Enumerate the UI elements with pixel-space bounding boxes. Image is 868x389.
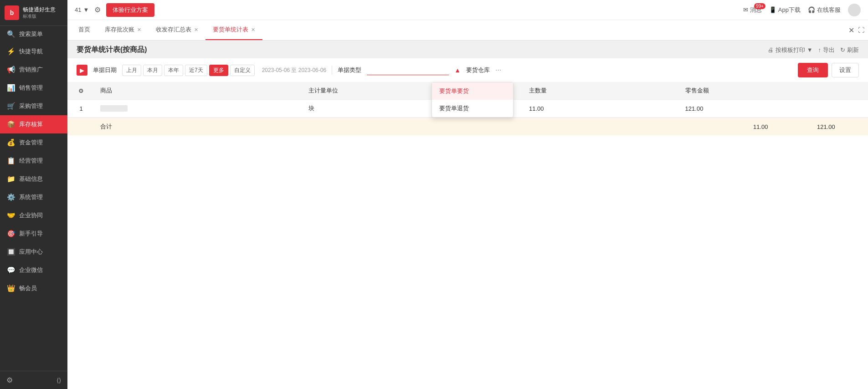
operation-icon: 📋 bbox=[6, 156, 15, 165]
warehouse-more-icon[interactable]: ··· bbox=[495, 66, 501, 74]
sidebar-item-sales[interactable]: 📊 销售管理 bbox=[0, 79, 67, 97]
guide-icon: 🎯 bbox=[6, 229, 15, 238]
sidebar-item-label-wechat: 企业微信 bbox=[19, 266, 43, 274]
row-index: 1 bbox=[67, 100, 95, 118]
sidebar-item-finance[interactable]: 💰 资金管理 bbox=[0, 133, 67, 152]
filter-expand-btn[interactable]: ▶ bbox=[77, 65, 87, 76]
refresh-btn[interactable]: ↻ 刷新 bbox=[840, 46, 859, 54]
last-7days-btn[interactable]: 近7天 bbox=[185, 65, 207, 76]
user-avatar[interactable] bbox=[848, 4, 861, 16]
sidebar-item-label-cooperation: 企业协同 bbox=[19, 211, 43, 220]
th-settings[interactable]: ⚙ bbox=[67, 82, 95, 100]
sidebar-collapse-btn[interactable]: ⟨⟩ bbox=[56, 377, 61, 384]
refresh-label: 刷新 bbox=[847, 46, 859, 54]
row-quantity: 11.00 bbox=[524, 100, 680, 118]
tab-order-summary-close[interactable]: ✕ bbox=[251, 27, 255, 33]
service-label: 在线客服 bbox=[817, 6, 841, 14]
sidebar-item-purchase[interactable]: 🛒 采购管理 bbox=[0, 97, 67, 115]
sidebar-item-basic[interactable]: 📁 基础信息 bbox=[0, 170, 67, 188]
tab-bar-actions: ✕ ⛶ bbox=[848, 26, 864, 35]
sidebar-item-quick-nav[interactable]: ⚡ 快捷导航 bbox=[0, 42, 67, 61]
app-name: 畅捷通好生意 bbox=[23, 6, 56, 14]
basic-icon: 📁 bbox=[6, 174, 15, 184]
sidebar-item-label-purchase: 采购管理 bbox=[19, 102, 43, 110]
row-product bbox=[95, 100, 303, 118]
export-btn[interactable]: ↑ 导出 bbox=[818, 46, 835, 54]
sidebar-item-label-system: 系统管理 bbox=[19, 193, 43, 201]
sidebar-item-operation[interactable]: 📋 经营管理 bbox=[0, 152, 67, 170]
sidebar-item-label-sales: 销售管理 bbox=[19, 84, 43, 92]
page-actions: 🖨 按模板打印 ▼ ↑ 导出 ↻ 刷新 bbox=[768, 46, 859, 54]
footer-quantity: 11.00 bbox=[753, 123, 808, 130]
sidebar-item-label-finance: 资金管理 bbox=[19, 138, 43, 147]
sidebar-search[interactable]: 🔍 搜索菜单 bbox=[0, 26, 67, 42]
app-version: 标准版 bbox=[23, 13, 56, 20]
sidebar-search-label: 搜索菜单 bbox=[19, 30, 43, 38]
close-all-icon[interactable]: ✕ bbox=[848, 26, 854, 35]
header-right: ✉ 消息 99+ 📱 App下载 🎧 在线客服 bbox=[743, 4, 861, 16]
message-btn[interactable]: ✉ 消息 99+ bbox=[743, 6, 762, 14]
sidebar-item-guide[interactable]: 🎯 新手引导 bbox=[0, 225, 67, 243]
sidebar-item-wechat[interactable]: 💬 企业微信 bbox=[0, 261, 67, 279]
tabs-count-dropdown[interactable]: 41 ▼ bbox=[75, 6, 89, 13]
sidebar-item-marketing[interactable]: 📢 营销推广 bbox=[0, 61, 67, 79]
trial-btn[interactable]: 体验行业方案 bbox=[106, 3, 154, 17]
finance-icon: 💰 bbox=[6, 138, 15, 147]
app-download-btn[interactable]: 📱 App下载 bbox=[769, 6, 801, 14]
marketing-icon: 📢 bbox=[6, 65, 15, 74]
sidebar-item-appstore[interactable]: 🔲 应用中心 bbox=[0, 243, 67, 261]
query-btn[interactable]: 查询 bbox=[798, 63, 828, 77]
date-range-display: 2023-05-06 至 2023-06-06 bbox=[262, 67, 326, 74]
filter-separator bbox=[332, 66, 332, 75]
dropdown-item-order-goods[interactable]: 要货单要货 bbox=[432, 82, 513, 100]
sidebar-item-label-quick-nav: 快捷导航 bbox=[19, 47, 43, 56]
print-btn[interactable]: 🖨 按模板打印 ▼ bbox=[768, 46, 813, 54]
expand-icon[interactable]: ⛶ bbox=[858, 26, 864, 34]
dropdown-item-order-return[interactable]: 要货单退货 bbox=[432, 100, 513, 117]
sidebar-item-label-basic: 基础信息 bbox=[19, 175, 43, 183]
sidebar-nav: ⚡ 快捷导航 📢 营销推广 📊 销售管理 🛒 采购管理 📦 库存核算 💰 资金管… bbox=[0, 42, 67, 371]
app-logo-icon: b bbox=[5, 5, 19, 20]
sidebar-item-label-appstore: 应用中心 bbox=[19, 248, 43, 256]
online-service-btn[interactable]: 🎧 在线客服 bbox=[808, 6, 841, 14]
type-filter-arrow-icon[interactable]: ▲ bbox=[454, 67, 461, 74]
appstore-icon: 🔲 bbox=[6, 247, 15, 256]
sidebar-item-label-member: 畅会员 bbox=[19, 284, 37, 292]
sidebar: b 畅捷通好生意 标准版 🔍 搜索菜单 ⚡ 快捷导航 📢 营销推广 📊 销售管理… bbox=[0, 0, 67, 389]
phone-icon: 📱 bbox=[769, 6, 776, 13]
sidebar-settings-icon[interactable]: ⚙ bbox=[6, 376, 13, 384]
tab-inventory-batch[interactable]: 库存批次账 ✕ bbox=[98, 20, 149, 40]
tabs-count: 41 bbox=[75, 6, 81, 13]
header-settings-icon[interactable]: ⚙ bbox=[94, 5, 101, 14]
tab-home[interactable]: 首页 bbox=[71, 20, 98, 40]
sidebar-item-system[interactable]: ⚙️ 系统管理 bbox=[0, 188, 67, 206]
type-filter-input[interactable] bbox=[367, 65, 449, 75]
more-dates-btn[interactable]: 更多 bbox=[209, 65, 228, 76]
top-header: 41 ▼ ⚙ 体验行业方案 ✉ 消息 99+ 📱 App下载 🎧 在线客服 bbox=[67, 0, 868, 20]
th-amount: 零售金额 bbox=[680, 82, 868, 100]
print-arrow-icon: ▼ bbox=[807, 46, 813, 53]
tab-home-label: 首页 bbox=[78, 26, 90, 34]
tab-inventory-batch-close[interactable]: ✕ bbox=[137, 27, 141, 33]
filter-settings-btn[interactable]: 设置 bbox=[832, 63, 859, 77]
this-year-btn[interactable]: 本年 bbox=[164, 65, 183, 76]
this-month-btn[interactable]: 本月 bbox=[143, 65, 162, 76]
tab-receivable-summary-close[interactable]: ✕ bbox=[194, 27, 198, 33]
tab-receivable-summary[interactable]: 收发存汇总表 ✕ bbox=[149, 20, 205, 40]
column-settings-icon[interactable]: ⚙ bbox=[78, 87, 84, 94]
last-month-btn[interactable]: 上月 bbox=[122, 65, 141, 76]
page-title: 要货单统计表(按商品) bbox=[77, 45, 147, 55]
custom-date-btn[interactable]: 自定义 bbox=[230, 65, 255, 76]
cooperation-icon: 🤝 bbox=[6, 211, 15, 220]
sidebar-item-label-marketing: 营销推广 bbox=[19, 66, 43, 74]
tab-order-summary[interactable]: 要货单统计表 ✕ bbox=[205, 20, 262, 40]
type-filter-label: 单据类型 bbox=[338, 66, 361, 74]
sidebar-item-label-operation: 经营管理 bbox=[19, 157, 43, 165]
sidebar-item-label-inventory: 库存核算 bbox=[19, 120, 43, 128]
tab-bar: 首页 库存批次账 ✕ 收发存汇总表 ✕ 要货单统计表 ✕ ✕ ⛶ bbox=[67, 20, 868, 41]
sidebar-item-inventory[interactable]: 📦 库存核算 bbox=[0, 115, 67, 133]
sidebar-item-member[interactable]: 👑 畅会员 bbox=[0, 279, 67, 297]
sidebar-item-cooperation[interactable]: 🤝 企业协同 bbox=[0, 206, 67, 225]
header-left: 41 ▼ ⚙ 体验行业方案 bbox=[75, 3, 154, 17]
purchase-icon: 🛒 bbox=[6, 102, 15, 111]
